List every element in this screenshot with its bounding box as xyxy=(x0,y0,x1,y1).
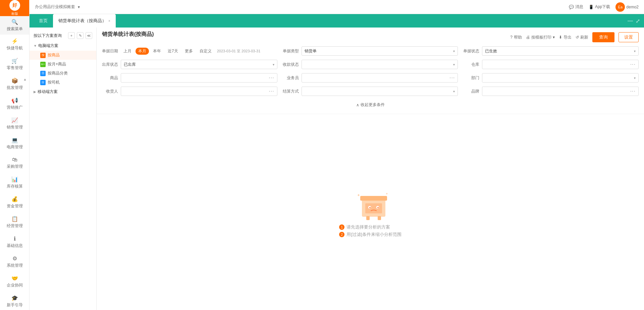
query-button[interactable]: 查询 xyxy=(592,32,614,42)
out-status-label: 出库状态 xyxy=(102,62,118,67)
bill-status-value: 已生效 xyxy=(485,48,497,54)
logo[interactable]: 好 标版 xyxy=(0,0,30,16)
date-last-month[interactable]: 上月 xyxy=(121,48,134,55)
retail-icon: 🛒 xyxy=(11,58,18,64)
tree-item-by-goods[interactable]: 按 按商品 xyxy=(30,51,96,60)
dept-select[interactable]: ▾ xyxy=(482,73,639,83)
collab-icon: 🤝 xyxy=(11,275,18,281)
sidebar-item-inventory[interactable]: 📊 库存核算 xyxy=(0,173,30,193)
sidebar-item-search[interactable]: 🔍 搜索菜单 xyxy=(0,16,30,35)
sidebar-item-system[interactable]: ⚙ 系统管理 xyxy=(0,252,30,272)
sidebar-item-label: 批发管理 xyxy=(7,85,23,91)
export-icon: ⬇ xyxy=(559,35,562,40)
sidebar-item-operations[interactable]: 📋 经营管理 xyxy=(0,212,30,232)
tree-section-mobile[interactable]: ▶ 移动端方案 xyxy=(30,87,96,97)
workspace-name: 办公用品行业模拟账套 xyxy=(35,4,75,10)
tab-home[interactable]: 首页 xyxy=(34,14,53,28)
sidebar: 好 标版 🔍 搜索菜单 ⚡ 快捷导航 🛒 零售管理 📦 批发管理 ▲ 📢 营销推… xyxy=(0,0,30,310)
help-button[interactable]: ? 帮助 xyxy=(510,35,522,40)
workspace-selector[interactable]: 办公用品行业模拟账套 ▾ xyxy=(35,4,80,10)
recv-status-select[interactable]: ▾ xyxy=(302,60,458,69)
refresh-icon: ↺ xyxy=(576,35,579,40)
page-title: 销货单统计表(按商品) xyxy=(102,31,510,38)
sidebar-item-ecommerce[interactable]: 💻 电商管理 xyxy=(0,134,30,153)
header-right: 💬 消息 📱 App下载 Ea demo2 xyxy=(569,2,639,12)
date-more[interactable]: 更多 xyxy=(182,48,196,55)
print-icon: 🖨 xyxy=(526,35,530,40)
tree-item-by-category[interactable]: 目 按商品分类 xyxy=(30,69,96,78)
tab-expand-icon[interactable]: ⤢ xyxy=(636,18,640,24)
warehouse-dots: ··· xyxy=(630,61,636,67)
salesperson-input[interactable]: ··· xyxy=(302,73,458,83)
date-7days[interactable]: 近7天 xyxy=(165,48,181,55)
collapse-button[interactable]: ∧ 收起更多条件 xyxy=(102,100,639,110)
tree-item-by-month-goods[interactable]: M+ 按月+商品 xyxy=(30,60,96,69)
date-this-month[interactable]: 本月 xyxy=(136,48,149,55)
bill-status-select[interactable]: 已生效 ▾ xyxy=(482,46,639,56)
edit-scheme-button[interactable]: ✎ xyxy=(77,32,84,39)
tab-active-label: 销货单统计表（按商品） xyxy=(58,18,106,24)
message-button[interactable]: 💬 消息 xyxy=(569,4,583,10)
sidebar-item-wholesale[interactable]: 📦 批发管理 ▲ xyxy=(0,74,30,94)
sidebar-item-sales[interactable]: 📈 销售管理 xyxy=(0,114,30,134)
sidebar-item-marketing[interactable]: 📢 营销推广 xyxy=(0,94,30,114)
sidebar-item-purchase[interactable]: 🛍 采购管理 xyxy=(0,153,30,173)
sidebar-item-basic-info[interactable]: ℹ 基础信息 xyxy=(0,232,30,252)
tree-section-pc[interactable]: ▼ 电脑端方案 xyxy=(30,41,96,51)
collapse-up-icon: ∧ xyxy=(356,103,359,107)
user-menu[interactable]: Ea demo2 xyxy=(615,2,639,12)
svg-text:✦: ✦ xyxy=(357,193,360,198)
page-action-area: ? 帮助 🖨 按模板打印 ▾ ⬇ 导出 ↺ 刷新 xyxy=(510,31,639,42)
brand-input[interactable]: ··· xyxy=(482,87,639,96)
svg-point-5 xyxy=(369,207,371,208)
wholesale-icon: 📦 xyxy=(11,78,18,84)
tree-item-label: 按商品分类 xyxy=(48,70,68,76)
empty-tips: 1 请先选择要分析的方案 2 用[过滤]条件来缩小分析范围 xyxy=(339,224,401,238)
tree-section-pc-label: 电脑端方案 xyxy=(38,43,58,49)
main-area: 办公用品行业模拟账套 ▾ 💬 消息 📱 App下载 Ea demo2 首页 销货… xyxy=(30,0,644,310)
filter-row-3: 商品 ··· 业务员 ··· 部门 xyxy=(102,73,639,83)
tab-active[interactable]: 销货单统计表（按商品） × xyxy=(53,14,116,28)
date-this-year[interactable]: 本年 xyxy=(150,48,164,55)
refresh-button[interactable]: ↺ 刷新 xyxy=(576,35,588,40)
panel-header: 按以下方案查询 + ✎ ≪ xyxy=(30,30,96,41)
empty-state: ✦ ✦ 1 请先选择要分析的方案 2 用[过滤]条件来缩小分析范围 xyxy=(97,114,644,310)
sidebar-item-guide[interactable]: 🎓 新手引导 xyxy=(0,292,30,310)
sidebar-item-retail[interactable]: 🛒 零售管理 xyxy=(0,54,30,74)
sidebar-item-label: 企业协同 xyxy=(7,282,23,288)
right-panel: 销货单统计表(按商品) ? 帮助 🖨 按模板打印 ▾ ⬇ 导出 xyxy=(97,28,644,310)
settings-button[interactable]: 设置 xyxy=(619,32,639,42)
by-month-icon: M+ xyxy=(40,62,46,67)
print-button[interactable]: 🖨 按模板打印 ▾ xyxy=(526,35,555,40)
sidebar-item-collab[interactable]: 🤝 企业协同 xyxy=(0,272,30,292)
filter-out-status: 出库状态 已出库 ▾ xyxy=(102,60,277,69)
add-scheme-button[interactable]: + xyxy=(68,32,75,39)
tab-minimize-icon[interactable]: — xyxy=(628,18,633,24)
sidebar-item-label: 库存核算 xyxy=(7,184,23,189)
receiver-input[interactable]: ··· xyxy=(121,87,277,96)
sales-icon: 📈 xyxy=(11,117,18,123)
salesperson-dots: ··· xyxy=(449,75,455,81)
sidebar-item-label: 资金管理 xyxy=(7,203,23,209)
bill-type-select[interactable]: 销货单 ▾ xyxy=(302,46,458,56)
export-label: 导出 xyxy=(564,35,572,40)
left-panel: 按以下方案查询 + ✎ ≪ ▼ 电脑端方案 按 按商品 M+ 按月+商品 xyxy=(30,28,97,310)
tree-item-by-driver[interactable]: 按 按司机 xyxy=(30,78,96,87)
export-button[interactable]: ⬇ 导出 xyxy=(559,35,572,40)
empty-illustration: ✦ ✦ xyxy=(354,187,387,220)
sidebar-item-finance[interactable]: 💰 资金管理 xyxy=(0,193,30,212)
settle-chevron: ▾ xyxy=(453,90,455,93)
goods-input[interactable]: ··· xyxy=(121,73,277,83)
tab-close-icon[interactable]: × xyxy=(108,19,110,23)
collapse-panel-button[interactable]: ≪ xyxy=(86,32,92,39)
sidebar-item-quick-nav[interactable]: ⚡ 快捷导航 xyxy=(0,35,30,54)
out-status-select[interactable]: 已出库 ▾ xyxy=(121,60,277,69)
app-download-button[interactable]: 📱 App下载 xyxy=(589,4,610,10)
date-custom[interactable]: 自定义 xyxy=(197,48,214,55)
filter-row-1: 单据日期 上月 本月 本年 近7天 更多 自定义 2023-03-01 至 20… xyxy=(102,46,639,56)
sidebar-item-label: 搜索菜单 xyxy=(7,26,23,32)
settle-select[interactable]: ▾ xyxy=(302,87,458,96)
recv-status-label: 收款状态 xyxy=(283,62,299,67)
warehouse-input[interactable]: ··· xyxy=(482,60,639,69)
panel-title: 按以下方案查询 xyxy=(34,33,62,39)
